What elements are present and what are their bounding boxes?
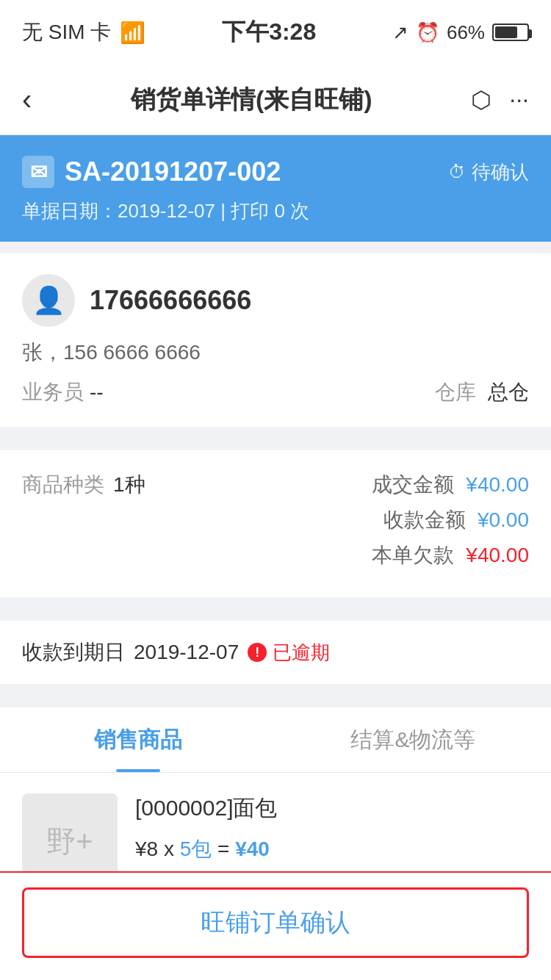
price-equals: = (212, 837, 235, 860)
tab-sales-products[interactable]: 销售商品 (0, 707, 276, 772)
product-logo: 野+ (46, 821, 93, 862)
due-section: 收款到期日 2019-12-07 ! 已逾期 (0, 621, 551, 684)
overdue-icon: ! (248, 643, 267, 662)
order-date: 单据日期：2019-12-07 | 打印 0 次 (22, 198, 529, 224)
warehouse-section: 仓库 总仓 (435, 378, 529, 406)
status-right: ↗ ⏰ 66% (392, 21, 529, 44)
staff-value: -- (90, 381, 104, 404)
alarm-icon: ⏰ (416, 21, 439, 44)
product-type-item: 商品种类 1种 (22, 471, 145, 499)
tab-settlement[interactable]: 结算&物流等 (276, 707, 551, 772)
wifi-icon: 📶 (120, 21, 145, 45)
separator-4 (0, 696, 551, 707)
info-grid: 商品种类 1种 成交金额 ¥40.00 收款金额 ¥0.00 本单欠款 ¥40.… (22, 471, 529, 577)
price-qty: 5包 (180, 837, 212, 860)
debt-item: 本单欠款 ¥40.00 (372, 541, 529, 569)
amount-value: ¥40.00 (466, 473, 529, 497)
customer-phone: 17666666666 (90, 285, 251, 316)
product-type-value: 1种 (113, 471, 145, 499)
staff-label: 业务员 (22, 378, 84, 406)
order-id-text: SA-20191207-002 (65, 156, 281, 187)
separator-1 (0, 242, 551, 253)
customer-name-detail: 张，156 6666 6666 (22, 339, 529, 367)
product-name: [0000002]面包 (135, 793, 529, 824)
battery-icon (492, 24, 529, 41)
carrier-label: 无 SIM 卡 (22, 18, 111, 46)
back-button[interactable]: ‹ (22, 83, 32, 116)
nav-actions: ⬡ ··· (471, 86, 529, 114)
separator-3 (0, 609, 551, 621)
collected-value: ¥0.00 (478, 508, 529, 532)
clock-icon: ⏱ (448, 162, 466, 182)
due-date: 2019-12-07 (134, 641, 239, 664)
nav-bar: ‹ 销货单详情(来自旺铺) ⬡ ··· (0, 65, 551, 135)
tabs-row: 销售商品 结算&物流等 (0, 707, 551, 773)
info-left: 商品种类 1种 (22, 471, 145, 508)
battery-percent: 66% (447, 21, 485, 44)
order-info-section: 商品种类 1种 成交金额 ¥40.00 收款金额 ¥0.00 本单欠款 ¥40.… (0, 450, 551, 597)
order-id: ✉ SA-20191207-002 (22, 156, 281, 188)
confirm-button[interactable]: 旺铺订单确认 (22, 887, 529, 958)
more-icon[interactable]: ··· (509, 86, 529, 113)
page-title: 销货单详情(来自旺铺) (131, 83, 372, 117)
product-info: [0000002]面包 ¥8 x 5包 = ¥40 (135, 793, 529, 863)
collected-label: 收款金额 (383, 506, 466, 534)
confirm-btn-wrap: 旺铺订单确认 (0, 871, 551, 980)
customer-section: 👤 17666666666 张，156 6666 6666 业务员 -- 仓库 … (0, 253, 551, 427)
status-bar: 无 SIM 卡 📶 下午3:28 ↗ ⏰ 66% (0, 0, 551, 65)
customer-row: 👤 17666666666 (22, 274, 529, 327)
separator-2 (0, 439, 551, 450)
collected-item: 收款金额 ¥0.00 (372, 506, 529, 534)
price-total: ¥40 (235, 837, 270, 860)
debt-label: 本单欠款 (372, 541, 454, 569)
customer-meta: 业务员 -- 仓库 总仓 (22, 378, 529, 406)
amount-item: 成交金额 ¥40.00 (372, 471, 529, 499)
avatar: 👤 (22, 274, 75, 327)
debt-value: ¥40.00 (466, 544, 529, 567)
order-id-row: ✉ SA-20191207-002 ⏱ 待确认 (22, 156, 529, 188)
order-status: ⏱ 待确认 (448, 159, 529, 185)
product-type-label: 商品种类 (22, 471, 104, 499)
time-label: 下午3:28 (222, 16, 316, 48)
warehouse-value: 总仓 (488, 378, 529, 406)
tab-sales-label: 销售商品 (94, 725, 182, 755)
amount-label: 成交金额 (372, 471, 454, 499)
status-left: 无 SIM 卡 📶 (22, 18, 145, 46)
share-icon[interactable]: ⬡ (471, 86, 491, 114)
order-envelope-icon: ✉ (22, 156, 54, 188)
info-right: 成交金额 ¥40.00 收款金额 ¥0.00 本单欠款 ¥40.00 (372, 471, 529, 577)
overdue-text: 已逾期 (273, 640, 330, 666)
product-price: ¥8 x 5包 = ¥40 (135, 835, 529, 863)
price-text: ¥8 x (135, 837, 180, 860)
location-icon: ↗ (392, 21, 408, 44)
order-header: ✉ SA-20191207-002 ⏱ 待确认 单据日期：2019-12-07 … (0, 135, 551, 242)
overdue-badge: ! 已逾期 (248, 640, 330, 666)
tab-settlement-label: 结算&物流等 (350, 725, 475, 755)
status-text: 待确认 (472, 159, 529, 185)
due-label: 收款到期日 (22, 638, 125, 666)
avatar-icon: 👤 (32, 285, 65, 316)
warehouse-label: 仓库 (435, 378, 476, 406)
